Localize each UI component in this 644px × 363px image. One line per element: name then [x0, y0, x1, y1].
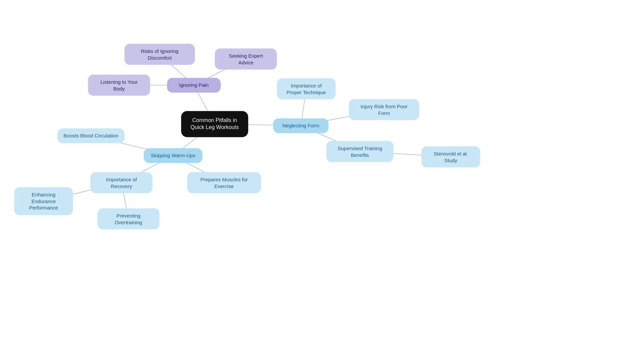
skipping-warmups-node[interactable]: Skipping Warm-Ups [144, 148, 203, 163]
ignoring-pain-node[interactable]: Ignoring Pain [167, 78, 221, 93]
neglecting-form-node[interactable]: Neglecting Form [273, 118, 329, 133]
stensvold-node[interactable]: Stensvold et al. Study [422, 146, 480, 168]
center-node[interactable]: Common Pitfalls in Quick Leg Workouts [181, 111, 248, 137]
risks-discomfort-node[interactable]: Risks of Ignoring Discomfort [124, 44, 195, 65]
importance-technique-node[interactable]: Importance of Proper Technique [277, 78, 336, 100]
supervised-training-node[interactable]: Supervised Training Benefits [326, 141, 393, 162]
preventing-overtraining-node[interactable]: Preventing Overtraining [98, 208, 160, 230]
importance-recovery-node[interactable]: Importance of Recovery [91, 172, 153, 193]
boosts-circulation-node[interactable]: Boosts Blood Circulation [57, 128, 124, 143]
mindmap-container: Common Pitfalls in Quick Leg WorkoutsIgn… [0, 0, 644, 363]
enhancing-endurance-node[interactable]: Enhancing Endurance Performance [14, 187, 73, 215]
listening-body-node[interactable]: Listening to Your Body [88, 75, 150, 96]
prepares-muscles-node[interactable]: Prepares Muscles for Exercise [187, 172, 261, 193]
seeking-expert-node[interactable]: Seeking Expert Advice [215, 49, 277, 70]
injury-risk-node[interactable]: Injury Risk from Poor Form [349, 99, 419, 120]
